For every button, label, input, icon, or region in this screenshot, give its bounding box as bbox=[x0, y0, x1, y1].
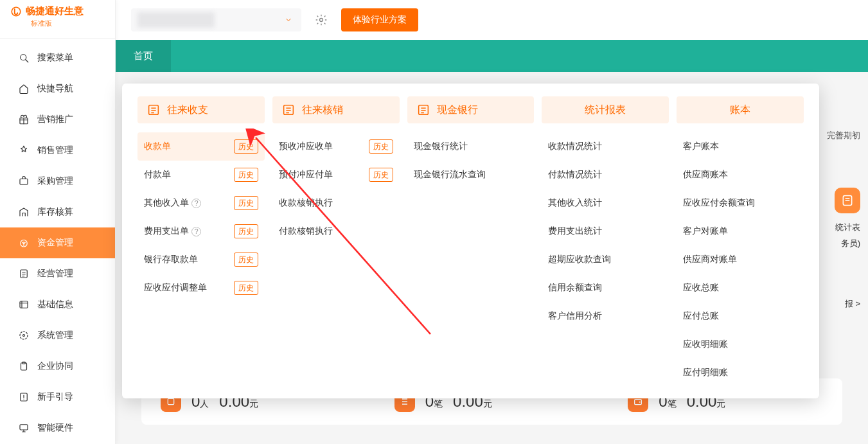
menu-item[interactable]: 供应商对账单 bbox=[677, 245, 804, 274]
sidebar-item-label: 基础信息 bbox=[37, 299, 73, 310]
help-icon[interactable]: ? bbox=[191, 227, 201, 236]
tab-home[interactable]: 首页 bbox=[116, 40, 171, 72]
help-icon[interactable]: ? bbox=[191, 199, 201, 208]
bg-side-text-2: 务员) bbox=[815, 236, 860, 252]
sidebar-item-cart[interactable]: 采购管理 bbox=[0, 166, 115, 197]
menu-item-label: 现金银行流水查询 bbox=[414, 169, 486, 181]
menu-item[interactable]: 供应商账本 bbox=[677, 161, 804, 189]
svg-point-1 bbox=[21, 55, 26, 60]
settings-button[interactable] bbox=[310, 9, 332, 31]
tab-bar: 首页 bbox=[116, 40, 868, 72]
menu-item[interactable]: 客户对账单 bbox=[677, 217, 804, 245]
menu-item[interactable]: 客户信用分析 bbox=[542, 302, 669, 330]
money-icon bbox=[18, 237, 30, 249]
menu-item[interactable]: 应收总账 bbox=[677, 274, 804, 302]
svg-rect-16 bbox=[168, 398, 173, 404]
sidebar-item-manage[interactable]: 经营管理 bbox=[0, 258, 115, 289]
menu-col-2: 现金银行现金银行统计现金银行流水查询 bbox=[407, 96, 535, 386]
menu-item[interactable]: 付款情况统计 bbox=[542, 161, 669, 189]
chevron-down-icon bbox=[285, 16, 292, 24]
sidebar-item-search[interactable]: 搜索菜单 bbox=[0, 42, 115, 73]
gear-icon bbox=[315, 13, 328, 26]
report-shortcut-icon[interactable] bbox=[835, 188, 860, 213]
menu-item[interactable]: 现金银行统计 bbox=[407, 132, 535, 161]
svg-point-8 bbox=[20, 332, 28, 339]
clipboard-icon bbox=[18, 360, 30, 372]
sidebar-item-label: 资金管理 bbox=[37, 237, 73, 249]
menu-item-label: 应付明细账 bbox=[683, 367, 728, 378]
sidebar-item-tv[interactable]: 智能硬件 bbox=[0, 413, 115, 443]
menu-item-label: 超期应收款查询 bbox=[548, 254, 611, 265]
menu-item[interactable]: 收款核销执行 bbox=[272, 189, 400, 217]
sidebar-item-home[interactable]: 快捷导航 bbox=[0, 73, 115, 104]
stat-3-amount-unit: 元 bbox=[716, 398, 725, 409]
menu-item[interactable]: 应收应付调整单历史 bbox=[137, 274, 265, 302]
search-icon bbox=[18, 52, 30, 64]
menu-col-0: 往来收支收款单历史付款单历史其他收入单?历史费用支出单?历史银行存取款单历史应收… bbox=[137, 96, 265, 386]
menu-col-header: 往来核销 bbox=[272, 96, 400, 123]
sidebar-item-guide[interactable]: 新手引导 bbox=[0, 382, 115, 413]
gift-icon bbox=[18, 114, 30, 125]
menu-item-label: 付款情况统计 bbox=[548, 169, 602, 181]
menu-item[interactable]: 预付冲应付单历史 bbox=[272, 161, 400, 189]
bg-side-link[interactable]: 报 > bbox=[815, 296, 860, 312]
industry-plan-button[interactable]: 体验行业方案 bbox=[341, 8, 418, 31]
sidebar-item-label: 经营管理 bbox=[37, 268, 73, 280]
menu-item[interactable]: 银行存取款单历史 bbox=[137, 245, 265, 274]
menu-col-4: 账本客户账本供应商账本应收应付余额查询客户对账单供应商对账单应收总账应付总账应收… bbox=[677, 96, 804, 386]
menu-item[interactable]: 应付总账 bbox=[677, 302, 804, 330]
menu-item[interactable]: 应付明细账 bbox=[677, 359, 804, 387]
sidebar-item-money[interactable]: 资金管理 bbox=[0, 227, 115, 258]
menu-item-label: 信用余额查询 bbox=[548, 282, 602, 294]
menu-item-label: 应收总账 bbox=[683, 282, 719, 294]
history-tag[interactable]: 历史 bbox=[234, 224, 258, 238]
menu-item-label: 应收应付余额查询 bbox=[683, 197, 755, 209]
guide-icon bbox=[18, 391, 30, 403]
history-tag[interactable]: 历史 bbox=[234, 253, 258, 267]
tv-icon bbox=[18, 422, 30, 434]
sidebar-item-label: 快捷导航 bbox=[37, 83, 73, 94]
stat-3-count-unit: 笔 bbox=[668, 398, 677, 409]
svg-rect-17 bbox=[635, 400, 642, 405]
menu-item[interactable]: 预收冲应收单历史 bbox=[272, 132, 400, 161]
history-tag[interactable]: 历史 bbox=[234, 139, 258, 154]
menu-item[interactable]: 超期应收款查询 bbox=[542, 245, 669, 274]
menu-item[interactable]: 付款单历史 bbox=[137, 161, 265, 189]
menu-item-label: 费用支出统计 bbox=[548, 226, 602, 237]
sidebar-item-info[interactable]: 基础信息 bbox=[0, 289, 115, 320]
history-tag[interactable]: 历史 bbox=[234, 196, 258, 210]
menu-item-label: 付款单 bbox=[144, 169, 171, 181]
org-selector[interactable] bbox=[131, 8, 301, 31]
history-tag[interactable]: 历史 bbox=[369, 139, 393, 154]
menu-item[interactable]: 现金银行流水查询 bbox=[407, 161, 535, 189]
menu-item[interactable]: 客户账本 bbox=[677, 132, 804, 161]
menu-item[interactable]: 其他收入单?历史 bbox=[137, 189, 265, 217]
sidebar-item-gift[interactable]: 营销推广 bbox=[0, 104, 115, 135]
topbar: 体验行业方案 bbox=[116, 0, 868, 40]
menu-item-label: 收款单 bbox=[144, 141, 171, 152]
org-name-redacted bbox=[137, 12, 215, 28]
sidebar-item-sale[interactable]: 销售管理 bbox=[0, 135, 115, 166]
menu-item[interactable]: 费用支出单?历史 bbox=[137, 217, 265, 245]
bg-hint-text: 完善期初 bbox=[827, 130, 860, 141]
sidebar-item-label: 系统管理 bbox=[37, 330, 73, 341]
menu-item[interactable]: 信用余额查询 bbox=[542, 274, 669, 302]
menu-item[interactable]: 应收明细账 bbox=[677, 330, 804, 359]
history-tag[interactable]: 历史 bbox=[234, 168, 258, 182]
stat-2-amount-unit: 元 bbox=[483, 398, 492, 409]
history-tag[interactable]: 历史 bbox=[369, 168, 393, 182]
menu-item[interactable]: 收款单历史 bbox=[137, 132, 265, 161]
sidebar-item-settings[interactable]: 系统管理 bbox=[0, 320, 115, 351]
menu-item-label: 现金银行统计 bbox=[414, 141, 468, 152]
menu-item[interactable]: 付款核销执行 bbox=[272, 217, 400, 245]
sidebar-item-clipboard[interactable]: 企业协同 bbox=[0, 351, 115, 382]
history-tag[interactable]: 历史 bbox=[234, 281, 258, 295]
sidebar-item-stock[interactable]: 库存核算 bbox=[0, 197, 115, 227]
menu-col-title: 往来核销 bbox=[302, 103, 343, 117]
menu-item[interactable]: 费用支出统计 bbox=[542, 217, 669, 245]
sidebar-item-label: 库存核算 bbox=[37, 206, 73, 218]
menu-item[interactable]: 其他收入统计 bbox=[542, 189, 669, 217]
menu-item-label: 客户账本 bbox=[683, 141, 719, 152]
menu-item[interactable]: 应收应付余额查询 bbox=[677, 189, 804, 217]
menu-item[interactable]: 收款情况统计 bbox=[542, 132, 669, 161]
